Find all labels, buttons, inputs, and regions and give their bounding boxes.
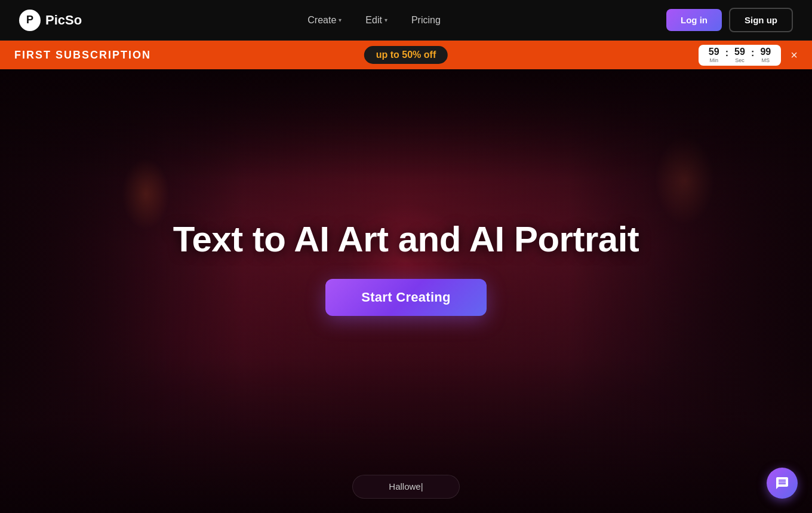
navbar: P PicSo Create ▾ Edit ▾ Pricing Log in S…: [0, 0, 812, 41]
countdown: 59 Min : 59 Sec : 99 MS: [699, 45, 782, 66]
chat-button[interactable]: [767, 468, 798, 499]
chevron-down-icon: ▾: [385, 17, 387, 23]
navbar-actions: Log in Sign up: [666, 8, 793, 32]
nav-links: Create ▾ Edit ▾ Pricing: [298, 10, 450, 30]
chevron-down-icon: ▾: [339, 17, 342, 23]
promo-right: 59 Min : 59 Sec : 99 MS ×: [699, 45, 798, 66]
promo-badge-prefix: up to: [376, 50, 402, 60]
signup-button[interactable]: Sign up: [729, 8, 793, 32]
hero-title: Text to AI Art and AI Portrait: [173, 219, 639, 260]
chat-icon: [775, 476, 789, 490]
countdown-sep-1: :: [725, 48, 728, 59]
hero-content: Text to AI Art and AI Portrait Start Cre…: [0, 69, 812, 513]
login-button[interactable]: Log in: [666, 9, 722, 31]
logo-icon: P: [19, 10, 41, 31]
bottom-bar-text: Hallowe|: [389, 481, 423, 492]
nav-create[interactable]: Create ▾: [298, 10, 351, 30]
logo[interactable]: P PicSo: [19, 10, 82, 31]
bottom-search-bar[interactable]: Hallowe|: [352, 475, 460, 499]
promo-banner: FIRST SUBSCRIPTION up to 50% off 59 Min …: [0, 41, 812, 69]
nav-edit[interactable]: Edit ▾: [356, 10, 397, 30]
countdown-ms: 99 MS: [757, 47, 774, 63]
promo-close-button[interactable]: ×: [791, 48, 798, 62]
hero-section: Text to AI Art and AI Portrait Start Cre…: [0, 69, 812, 513]
countdown-sep-2: :: [751, 48, 754, 59]
promo-badge-highlight: 50% off: [402, 50, 436, 60]
start-creating-button[interactable]: Start Creating: [325, 279, 487, 316]
promo-text: FIRST SUBSCRIPTION: [14, 49, 151, 62]
logo-text: PicSo: [45, 13, 82, 28]
countdown-seconds: 59 Sec: [731, 47, 748, 63]
nav-pricing[interactable]: Pricing: [402, 10, 450, 30]
countdown-minutes: 59 Min: [706, 47, 722, 63]
promo-badge[interactable]: up to 50% off: [363, 45, 449, 65]
